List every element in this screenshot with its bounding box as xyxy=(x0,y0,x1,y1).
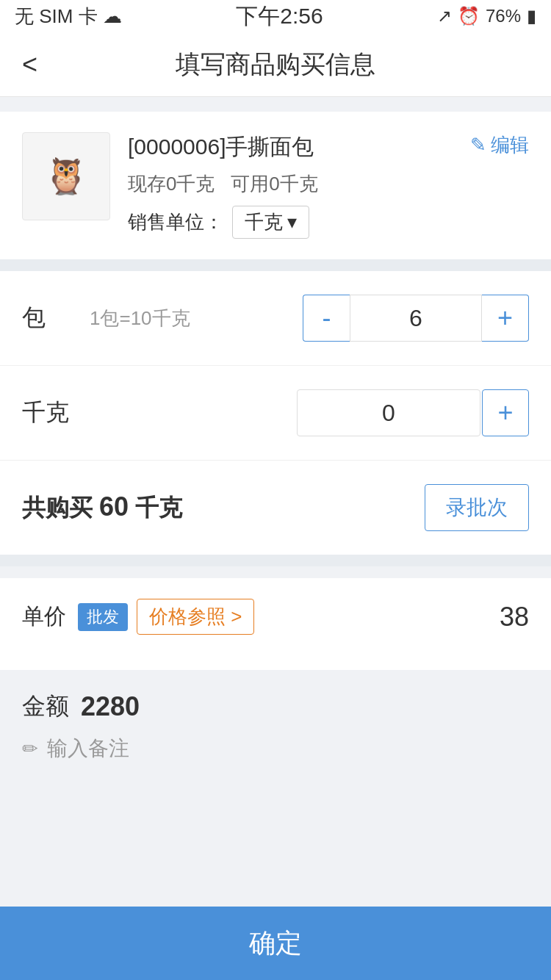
bag-label: 包 xyxy=(22,302,81,334)
edit-icon: ✎ xyxy=(470,134,486,156)
status-time: 下午2:56 xyxy=(236,1,323,32)
kg-quantity-controls: + xyxy=(297,389,529,436)
product-card: 🦉 [0000006]手撕面包 ✎ 编辑 现存0千克 可用0千克 销售单位： 千… xyxy=(0,112,551,259)
kg-increment-button[interactable]: + xyxy=(482,389,529,436)
pencil-icon: ✏ xyxy=(22,738,38,760)
product-unit-row: 销售单位： 千克 ▾ xyxy=(128,206,529,239)
separator-2 xyxy=(0,555,551,566)
location-icon: ↗ xyxy=(437,6,452,26)
batch-button[interactable]: 录批次 xyxy=(425,484,529,531)
remark-row[interactable]: ✏ 输入备注 xyxy=(22,735,529,763)
status-left: 无 SIM 卡 ☁ xyxy=(15,4,122,29)
kg-quantity-input[interactable] xyxy=(297,389,480,436)
bag-increment-button[interactable]: + xyxy=(482,295,529,342)
total-quantity: 60 xyxy=(99,491,129,522)
battery-icon: ▮ xyxy=(527,6,536,26)
nav-bar: < 填写商品购买信息 xyxy=(0,32,551,97)
price-tag: 批发 xyxy=(78,603,128,631)
status-bar: 无 SIM 卡 ☁ 下午2:56 ↗ ⏰ 76% ▮ xyxy=(0,0,551,32)
page-title: 填写商品购买信息 xyxy=(176,48,375,82)
status-right: ↗ ⏰ 76% ▮ xyxy=(437,6,536,26)
separator-1 xyxy=(0,259,551,271)
dropdown-arrow-icon: ▾ xyxy=(287,211,297,234)
battery-text: 76% xyxy=(486,6,521,26)
edit-button[interactable]: ✎ 编辑 xyxy=(470,132,529,158)
product-stock: 现存0千克 可用0千克 xyxy=(128,171,529,197)
kg-label: 千克 xyxy=(22,397,81,429)
remark-placeholder: 输入备注 xyxy=(47,735,129,763)
back-button[interactable]: < xyxy=(22,49,66,80)
total-row: 共购买 60 千克 录批次 xyxy=(0,461,551,555)
bag-quantity-input[interactable] xyxy=(350,295,482,342)
unit-select[interactable]: 千克 ▾ xyxy=(232,206,309,239)
bag-hint: 1包=10千克 xyxy=(90,306,303,331)
carrier-text: 无 SIM 卡 ☁ xyxy=(15,4,122,29)
quantity-section: 包 1包=10千克 - + 千克 + xyxy=(0,271,551,461)
amount-value: 2280 xyxy=(81,691,140,722)
total-text: 共购买 60 千克 xyxy=(22,491,182,525)
bag-quantity-controls: - + xyxy=(303,295,529,342)
alarm-icon: ⏰ xyxy=(458,6,480,26)
price-value: 38 xyxy=(500,602,529,633)
amount-row: 金额 2280 xyxy=(22,691,529,723)
product-info: [0000006]手撕面包 ✎ 编辑 现存0千克 可用0千克 销售单位： 千克 … xyxy=(128,132,529,239)
price-section: 单价 批发 价格参照 > 38 xyxy=(0,578,551,670)
price-label: 单价 xyxy=(22,602,66,632)
bag-decrement-button[interactable]: - xyxy=(303,295,350,342)
product-name: [0000006]手撕面包 xyxy=(128,132,314,162)
product-image: 🦉 xyxy=(22,132,110,220)
product-logo-icon: 🦉 xyxy=(44,156,88,197)
price-ref-button[interactable]: 价格参照 > xyxy=(137,599,254,635)
amount-label: 金额 xyxy=(22,691,69,723)
kg-quantity-row: 千克 + xyxy=(0,366,551,461)
bag-quantity-row: 包 1包=10千克 - + xyxy=(0,271,551,366)
amount-section: 金额 2280 ✏ 输入备注 xyxy=(0,670,551,783)
confirm-button[interactable]: 确定 xyxy=(0,907,551,980)
price-row: 单价 批发 价格参照 > 38 xyxy=(22,599,529,635)
